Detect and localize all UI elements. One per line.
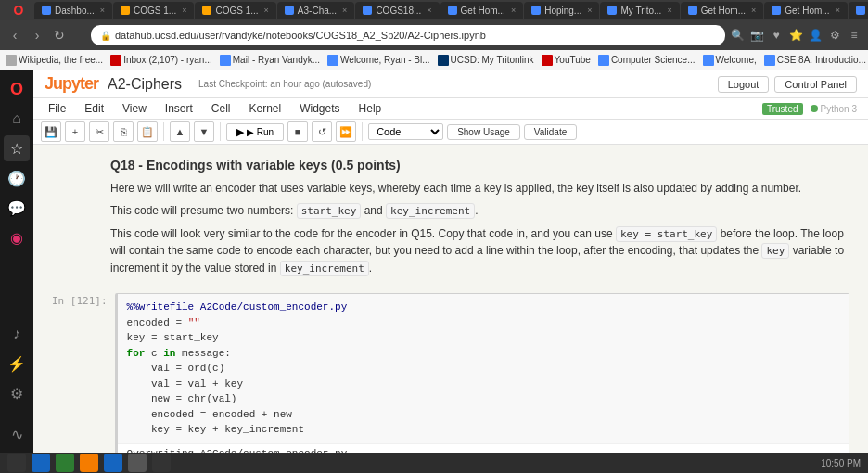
opera-icon[interactable]: O bbox=[4, 76, 30, 102]
cell-type-selector[interactable]: Code Markdown Raw bbox=[368, 123, 443, 140]
tab-cogs18[interactable]: COGS18... × bbox=[355, 2, 439, 19]
back-btn[interactable]: ‹ bbox=[6, 26, 24, 45]
taskbar-icon[interactable] bbox=[104, 454, 122, 472]
bookmarks-icon[interactable]: ☆ bbox=[4, 135, 30, 161]
tab-mytrito[interactable]: My Trito... × bbox=[600, 2, 679, 19]
tab-dashboard[interactable]: Dashbo... × bbox=[34, 2, 112, 19]
menu-insert[interactable]: Insert bbox=[161, 100, 197, 117]
show-usage-btn[interactable]: Show Usage bbox=[447, 124, 520, 140]
bookmark-youtube[interactable]: YouTube bbox=[542, 55, 591, 66]
home-icon[interactable]: ⌂ bbox=[4, 106, 30, 132]
camera-icon-btn[interactable]: 📷 bbox=[748, 27, 765, 44]
code-input-1[interactable]: %%writefile A2Code/custom_encoder.py enc… bbox=[115, 293, 849, 453]
notebook-menu: File Edit View Insert Cell Kernel Widget… bbox=[33, 98, 868, 120]
search-icon-btn[interactable]: 🔍 bbox=[729, 27, 746, 44]
desc-text-3: This code will look very similar to the … bbox=[110, 225, 849, 277]
interrupt-btn[interactable]: ■ bbox=[287, 121, 308, 142]
toolbar-sep1 bbox=[163, 122, 164, 141]
tab-close-btn[interactable]: × bbox=[836, 6, 840, 15]
menu-cell[interactable]: Cell bbox=[208, 100, 235, 117]
code-line: encoded = "" bbox=[127, 315, 839, 331]
bookmark-cse8a[interactable]: CSE 8A: Introductio... bbox=[764, 55, 866, 66]
taskbar-icon[interactable] bbox=[80, 454, 98, 472]
history-icon[interactable]: 🕐 bbox=[4, 165, 30, 191]
tab-gethom2[interactable]: Get Hom... × bbox=[681, 2, 764, 19]
taskbar-icon[interactable] bbox=[7, 454, 26, 472]
instagram-icon[interactable]: ◉ bbox=[4, 224, 30, 250]
cut-btn[interactable]: ✂ bbox=[89, 121, 109, 142]
restart-btn[interactable]: ↺ bbox=[312, 121, 332, 142]
logout-btn[interactable]: Logout bbox=[718, 76, 770, 93]
reload-btn[interactable]: ↻ bbox=[50, 26, 69, 45]
q18-description: Q18 - Encodings with variable keys (0.5 … bbox=[110, 154, 849, 286]
address-bar[interactable]: 🔒 datahub.ucsd.edu/user/rvandyke/noteboo… bbox=[91, 25, 725, 45]
tab-close-btn[interactable]: × bbox=[182, 6, 186, 15]
menu-view[interactable]: View bbox=[119, 100, 150, 117]
code-line: %%writefile A2Code/custom_encoder.py bbox=[127, 300, 839, 315]
messenger-icon[interactable]: 💬 bbox=[4, 195, 30, 221]
address-text: datahub.ucsd.edu/user/rvandyke/notebooks… bbox=[115, 30, 486, 41]
menu-kernel[interactable]: Kernel bbox=[246, 100, 286, 117]
tab-cogs1b[interactable]: COGS 1... × bbox=[195, 2, 275, 19]
tab-gethom1[interactable]: Get Hom... × bbox=[440, 2, 524, 19]
tab-get[interactable]: Get ... × bbox=[849, 2, 868, 19]
bookmark-welcome2[interactable]: Welcome, bbox=[703, 55, 757, 66]
flow-icon[interactable]: ∿ bbox=[4, 421, 30, 447]
bm-favicon bbox=[438, 55, 449, 66]
menu-edit[interactable]: Edit bbox=[81, 100, 108, 117]
tab-close-btn[interactable]: × bbox=[264, 6, 269, 15]
tab-close-btn[interactable]: × bbox=[427, 6, 431, 15]
heart-icon-btn[interactable]: ♥ bbox=[768, 27, 785, 44]
taskbar-icon[interactable] bbox=[56, 454, 74, 472]
validate-btn[interactable]: Validate bbox=[524, 124, 577, 140]
bookmark-welcome[interactable]: Welcome, Ryan - Bl... bbox=[327, 55, 430, 66]
taskbar-icon[interactable] bbox=[32, 454, 50, 472]
code-key-var: key bbox=[761, 243, 789, 259]
run-btn[interactable]: ▶ ▶ Run bbox=[226, 123, 284, 141]
tab-close-btn[interactable]: × bbox=[511, 6, 516, 15]
bookmark-inbox[interactable]: Inbox (2,107) - ryan... bbox=[110, 55, 212, 66]
menu-widgets[interactable]: Widgets bbox=[296, 100, 343, 117]
add-cell-btn[interactable]: + bbox=[65, 121, 85, 142]
cell-label-121: In [121]: bbox=[52, 293, 108, 453]
extensions-btn[interactable]: ⚙ bbox=[826, 27, 843, 44]
jupyter-controls: Logout Control Panel bbox=[718, 76, 857, 93]
tab-a3cha[interactable]: A3-Cha... × bbox=[277, 2, 355, 19]
paste-btn[interactable]: 📋 bbox=[137, 121, 158, 142]
cell-label-empty bbox=[52, 154, 103, 286]
control-panel-btn[interactable]: Control Panel bbox=[774, 76, 857, 93]
addons-icon[interactable]: ⚡ bbox=[4, 351, 30, 377]
notebook-toolbar: 💾 + ✂ ⎘ 📋 ▲ ▼ ▶ ▶ Run ■ ↺ ⏩ Code bbox=[33, 120, 868, 145]
restart-run-btn[interactable]: ⏩ bbox=[336, 121, 356, 142]
kernel-circle bbox=[811, 105, 818, 112]
bookmark-mail[interactable]: Mail - Ryan Vandyk... bbox=[220, 55, 320, 66]
tab-gethom3[interactable]: Get Hom... × bbox=[764, 2, 848, 19]
move-up-btn[interactable]: ▲ bbox=[170, 121, 190, 142]
tab-close-btn[interactable]: × bbox=[667, 6, 671, 15]
forward-btn[interactable]: › bbox=[28, 26, 46, 45]
bm-favicon bbox=[542, 55, 553, 66]
settings-icon[interactable]: ⚙ bbox=[4, 380, 30, 406]
bookmark-add-btn[interactable]: ⭐ bbox=[787, 27, 804, 44]
menu-btn[interactable]: ≡ bbox=[846, 27, 862, 44]
tab-close-btn[interactable]: × bbox=[342, 6, 347, 15]
menu-help[interactable]: Help bbox=[355, 100, 386, 117]
taskbar-icon[interactable] bbox=[152, 454, 171, 472]
bookmark-wikipedia[interactable]: Wikipedia, the free... bbox=[6, 55, 103, 66]
tab-cogs1a[interactable]: COGS 1... × bbox=[113, 2, 194, 19]
music-icon[interactable]: ♪ bbox=[4, 321, 30, 347]
copy-btn[interactable]: ⎘ bbox=[113, 121, 134, 142]
toolbar-sep3 bbox=[362, 122, 363, 141]
tab-close-btn[interactable]: × bbox=[751, 6, 756, 15]
taskbar-icon[interactable] bbox=[128, 454, 147, 472]
tab-close-btn[interactable]: × bbox=[100, 6, 105, 15]
save-btn[interactable]: 💾 bbox=[41, 121, 61, 142]
bookmark-ucsd[interactable]: UCSD: My Tritonlink bbox=[438, 55, 534, 66]
notebook-title[interactable]: A2-Ciphers bbox=[108, 76, 182, 93]
tab-close-btn[interactable]: × bbox=[587, 6, 592, 15]
bookmark-cs[interactable]: Computer Science... bbox=[598, 55, 696, 66]
menu-file[interactable]: File bbox=[45, 100, 70, 117]
profile-icon-btn[interactable]: 👤 bbox=[807, 27, 823, 44]
move-down-btn[interactable]: ▼ bbox=[194, 121, 214, 142]
tab-hoping[interactable]: Hoping... × bbox=[524, 2, 599, 19]
